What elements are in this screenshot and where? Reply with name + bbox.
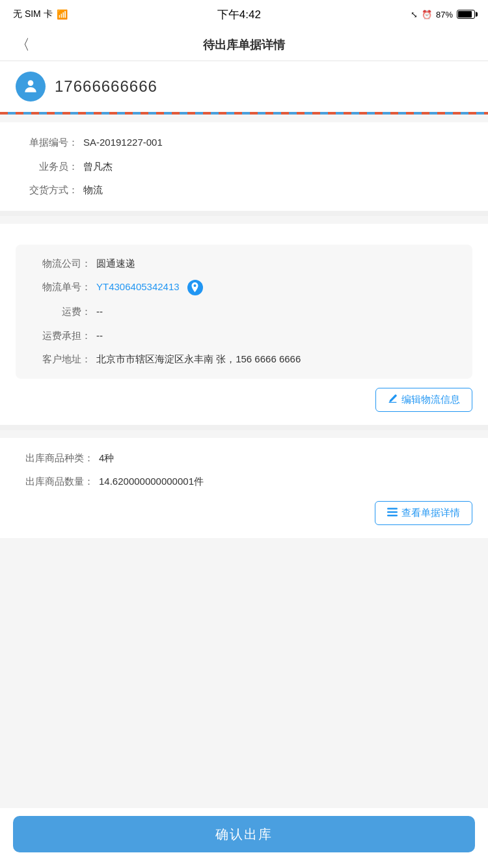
fee-value: -- [96, 305, 459, 319]
fee-row: 运费： -- [29, 305, 459, 319]
battery-icon [457, 10, 475, 19]
view-detail-label: 查看单据详情 [401, 507, 460, 519]
svg-rect-3 [387, 511, 398, 512]
bottom-spacer [0, 538, 488, 668]
address-value: 北京市市辖区海淀区永丰南 张，156 6666 6666 [96, 352, 459, 367]
status-bar: 无 SIM 卡 📶 下午4:42 ⤡ ⏰ 87% [0, 0, 488, 29]
user-header: 17666666666 [0, 61, 488, 112]
goods-quantity-value: 14.620000000000001件 [99, 474, 472, 489]
status-left: 无 SIM 卡 📶 [13, 8, 68, 20]
confirm-outbound-button[interactable]: 确认出库 [13, 816, 475, 852]
status-time: 下午4:42 [217, 7, 261, 22]
svg-point-0 [28, 80, 34, 86]
view-btn-row: 查看单据详情 [16, 501, 472, 525]
goods-quantity-row: 出库商品数量： 14.620000000000001件 [16, 474, 472, 489]
status-right: ⤡ ⏰ 87% [411, 10, 475, 20]
order-number-row: 单据编号： SA-20191227-001 [16, 135, 472, 150]
back-button[interactable]: 〈 [10, 30, 35, 60]
agent-value: 曾凡杰 [83, 159, 472, 174]
edit-logistics-button[interactable]: 编辑物流信息 [375, 388, 472, 412]
order-info-section: 单据编号： SA-20191227-001 业务员： 曾凡杰 交货方式： 物流 [0, 122, 488, 211]
fee-bearer-row: 运费承担： -- [29, 329, 459, 344]
edit-logistics-label: 编辑物流信息 [401, 394, 460, 406]
goods-types-label: 出库商品种类： [16, 451, 94, 466]
view-detail-button[interactable]: 查看单据详情 [375, 501, 472, 525]
fee-bearer-label: 运费承担： [29, 329, 91, 344]
agent-row: 业务员： 曾凡杰 [16, 159, 472, 174]
order-number-value: SA-20191227-001 [83, 135, 472, 150]
order-number-label: 单据编号： [16, 135, 78, 150]
logistics-company-row: 物流公司： 圆通速递 [29, 256, 459, 271]
location-icon: ⤡ [411, 10, 418, 20]
dashed-divider [0, 112, 488, 115]
goods-quantity-label: 出库商品数量： [16, 474, 94, 489]
logistics-box: 物流公司： 圆通速递 物流单号： YT43064053424​13 运费： --… [16, 245, 472, 379]
agent-label: 业务员： [16, 159, 78, 174]
tracking-label: 物流单号： [29, 280, 91, 295]
section-divider [0, 211, 488, 216]
goods-types-row: 出库商品种类： 4种 [16, 451, 472, 466]
confirm-btn-wrap: 确认出库 [0, 808, 488, 868]
alarm-icon: ⏰ [422, 10, 432, 20]
delivery-row: 交货方式： 物流 [16, 183, 472, 198]
fee-bearer-value: -- [96, 329, 459, 344]
edit-btn-row: 编辑物流信息 [16, 388, 472, 412]
tracking-value: YT43064053424​13 [96, 280, 459, 295]
goods-section: 出库商品种类： 4种 出库商品数量： 14.620000000000001件 查… [0, 438, 488, 538]
address-label: 客户地址： [29, 352, 91, 367]
tracking-row: 物流单号： YT43064053424​13 [29, 280, 459, 295]
logistics-company-value: 圆通速递 [96, 256, 459, 271]
nav-bar: 〈 待出库单据详情 [0, 29, 488, 61]
delivery-label: 交货方式： [16, 183, 78, 198]
address-row: 客户地址： 北京市市辖区海淀区永丰南 张，156 6666 6666 [29, 352, 459, 367]
svg-rect-4 [387, 515, 398, 516]
wifi-icon: 📶 [57, 9, 68, 20]
svg-rect-2 [387, 508, 398, 509]
list-icon [387, 508, 398, 519]
page-title: 待出库单据详情 [203, 37, 285, 53]
svg-rect-1 [389, 402, 397, 403]
location-icon[interactable] [187, 280, 203, 295]
avatar [16, 72, 46, 102]
goods-types-value: 4种 [99, 451, 472, 466]
edit-icon [388, 394, 398, 405]
section-divider-2 [0, 425, 488, 430]
delivery-value: 物流 [83, 183, 472, 198]
sim-label: 无 SIM 卡 [13, 8, 53, 20]
user-phone: 17666666666 [55, 77, 157, 96]
logistics-company-label: 物流公司： [29, 256, 91, 271]
battery-percent: 87% [436, 10, 453, 20]
fee-label: 运费： [29, 305, 91, 319]
logistics-section: 物流公司： 圆通速递 物流单号： YT43064053424​13 运费： --… [0, 224, 488, 425]
